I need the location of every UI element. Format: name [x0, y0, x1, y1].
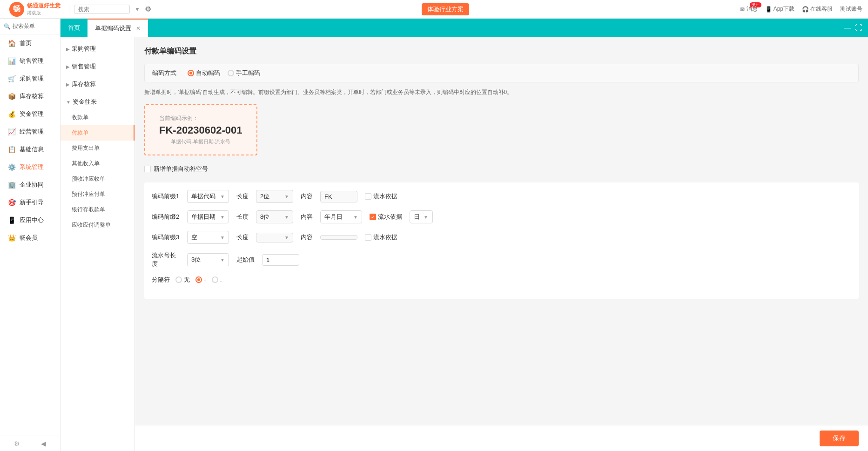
prefix1-select[interactable]: 单据代码 ▼ — [187, 190, 229, 203]
sidebar-item-capital[interactable]: 💰 资金管理 — [0, 105, 60, 123]
sidebar-item-member[interactable]: 👑 畅会员 — [0, 229, 60, 247]
sidebar-item-appcenter[interactable]: 📱 应用中心 — [0, 211, 60, 229]
sidebar-item-enterprise[interactable]: 🏢 企业协同 — [0, 176, 60, 194]
tab-bar: 首页 单据编码设置 ✕ — ⛶ — [61, 19, 868, 37]
sep-dot-radio[interactable]: . — [212, 276, 222, 283]
message-badge: 99+ — [750, 2, 761, 7]
chevron-right-icon: ▶ — [66, 47, 70, 52]
sub-group-inventory-title[interactable]: ▶ 库存核算 — [61, 76, 135, 92]
operation-icon: 📈 — [7, 128, 16, 136]
sep-dash-radio[interactable]: - — [195, 276, 206, 283]
sidebar-item-system[interactable]: ⚙️ 系统管理 — [0, 158, 60, 176]
sub-item-prepay-recv[interactable]: 预收冲应收单 — [61, 171, 135, 187]
app-download[interactable]: 📱 App下载 — [765, 5, 794, 13]
sidebar-label-capital: 资金管理 — [20, 110, 44, 118]
user-area[interactable]: 测试账号 — [840, 5, 862, 13]
new-fill-checkbox[interactable] — [144, 166, 151, 172]
sidebar-item-newbie[interactable]: 🎯 新手引导 — [0, 194, 60, 211]
sidebar-nav: 🏠 首页 📊 销售管理 🛒 采购管理 📦 库存核算 💰 资金管理 📈 经 — [0, 34, 60, 436]
encode-mode-radio-group: 自动编码 手工编码 — [188, 69, 260, 77]
sub-group-sales-title[interactable]: ▶ 销售管理 — [61, 59, 135, 74]
sub-item-payment[interactable]: 付款单 — [61, 125, 135, 141]
separator-radios: 无 - . — [175, 276, 222, 284]
logo-text-line1: 畅通道好生意 — [27, 2, 61, 10]
tab-minimize-btn[interactable]: — — [844, 24, 851, 32]
dropdown-icon[interactable]: ▼ — [135, 6, 140, 13]
prefix3-len-input[interactable]: ▼ — [256, 233, 293, 242]
sidebar-item-operation[interactable]: 📈 经营管理 — [0, 123, 60, 141]
prefix3-select[interactable]: 空 ▼ — [187, 231, 229, 244]
prefix3-waterflow-checkbox[interactable] — [365, 234, 371, 241]
sep-dash-char: - — [204, 276, 206, 283]
serial-len-select[interactable]: 3位 ▼ — [187, 253, 229, 266]
sub-group-sales: ▶ 销售管理 — [61, 59, 135, 74]
prefix2-waterflow-check[interactable]: ✓ 流水依据 — [370, 213, 402, 221]
new-fill-label: 新增单据自动补空号 — [154, 165, 208, 173]
sub-item-ar-ap[interactable]: 应收应付调整单 — [61, 217, 135, 233]
prefix1-len-input[interactable]: 2位 ▼ — [256, 190, 293, 203]
start-value-input[interactable] — [262, 254, 299, 266]
prefix3-len-label: 长度 — [236, 233, 249, 242]
sidebar-item-home[interactable]: 🏠 首页 — [0, 34, 60, 52]
prefix3-select-arrow: ▼ — [220, 235, 225, 240]
prefix2-len-input[interactable]: 8位 ▼ — [256, 210, 293, 223]
sidebar-collapse-btn[interactable]: ◀ — [41, 440, 46, 447]
sub-item-receipt[interactable]: 收款单 — [61, 110, 135, 125]
radio-auto[interactable]: 自动编码 — [188, 69, 220, 77]
sub-item-bank[interactable]: 银行存取款单 — [61, 202, 135, 217]
main-layout: 🔍 搜索菜单 🏠 首页 📊 销售管理 🛒 采购管理 📦 库存核算 💰 — [0, 19, 868, 451]
info-text: 新增单据时，'单据编码'自动生成，不可编辑。前缀设置为部门、业务员等档案类，开单… — [144, 88, 859, 97]
tab-encoding[interactable]: 单据编码设置 ✕ — [87, 19, 148, 37]
industry-btn[interactable]: 体验行业方案 — [422, 3, 469, 15]
preview-label: 当前编码示例： — [159, 114, 242, 122]
encode-mode-bar: 编码方式 自动编码 手工编码 — [144, 64, 859, 82]
sidebar-label-enterprise: 企业协同 — [20, 181, 44, 189]
save-button[interactable]: 保存 — [820, 431, 859, 446]
message-area[interactable]: ✉ 消息 99+ — [740, 5, 758, 13]
sidebar-item-sales[interactable]: 📊 销售管理 — [0, 52, 60, 70]
settings-icon[interactable]: ⚙ — [145, 5, 151, 13]
sep-dot-dot — [212, 276, 218, 283]
prefix3-waterflow-check[interactable]: 流水依据 — [365, 233, 397, 242]
sub-item-expense[interactable]: 费用支出单 — [61, 141, 135, 156]
radio-manual[interactable]: 手工编码 — [228, 69, 260, 77]
prefix2-content-select[interactable]: 年月日 ▼ — [320, 210, 362, 223]
sub-item-other-income[interactable]: 其他收入单 — [61, 156, 135, 171]
sidebar-search[interactable]: 🔍 搜索菜单 — [0, 19, 60, 34]
sidebar-item-inventory[interactable]: 📦 库存核算 — [0, 88, 60, 105]
prefix3-content-value — [320, 235, 357, 240]
sidebar-item-purchase[interactable]: 🛒 采购管理 — [0, 70, 60, 88]
sub-group-capital-label: 资金往来 — [73, 98, 97, 106]
prefix1-waterflow-check[interactable]: 流水依据 — [365, 192, 397, 201]
prefix2-waterflow-checkbox[interactable]: ✓ — [370, 214, 376, 220]
sub-group-purchase-title[interactable]: ▶ 采购管理 — [61, 41, 135, 57]
sep-none-radio[interactable]: 无 — [175, 276, 190, 284]
preview-desc: 单据代码-单据日期-流水号 — [159, 138, 242, 145]
sidebar-bottom: ⚙ ◀ — [0, 436, 60, 451]
separator-row: 分隔符 无 - — [152, 276, 851, 284]
search-icon: 🔍 — [4, 23, 11, 30]
online-service[interactable]: 🎧 在线客服 — [802, 5, 833, 13]
prefix2-day-select[interactable]: 日 ▼ — [410, 210, 433, 223]
prefix3-select-value: 空 — [191, 233, 197, 242]
sub-item-prepay-pay[interactable]: 预付冲应付单 — [61, 187, 135, 202]
sep-none-dot — [175, 276, 182, 283]
radio-manual-dot — [228, 70, 234, 76]
prefix2-select[interactable]: 单据日期 ▼ — [187, 210, 229, 223]
tab-close-btn[interactable]: ✕ — [136, 25, 141, 32]
len3-arrow: ▼ — [284, 235, 289, 240]
sidebar-settings-btn[interactable]: ⚙ — [14, 440, 20, 447]
start-value-label: 起始值 — [236, 256, 255, 264]
serial-row: 流水号长度 3位 ▼ 起始值 — [152, 251, 851, 268]
breadcrumb-search[interactable] — [74, 5, 130, 14]
divider — [69, 5, 69, 14]
tab-maximize-btn[interactable]: ⛶ — [855, 24, 862, 32]
tab-home[interactable]: 首页 — [61, 19, 87, 37]
tab-encoding-label: 单据编码设置 — [95, 24, 131, 33]
prefix2-day-value: 日 — [414, 213, 420, 221]
sidebar-item-basic[interactable]: 📋 基础信息 — [0, 141, 60, 158]
prefix1-waterflow-checkbox[interactable] — [365, 193, 371, 200]
sub-group-capital-title[interactable]: ▼ 资金往来 — [61, 94, 135, 110]
prefix2-row: 编码前缀2 单据日期 ▼ 长度 8位 ▼ 内容 — [152, 210, 851, 223]
sub-group-capital-items: 收款单 付款单 费用支出单 其他收入单 预收冲应收单 — [61, 110, 135, 233]
